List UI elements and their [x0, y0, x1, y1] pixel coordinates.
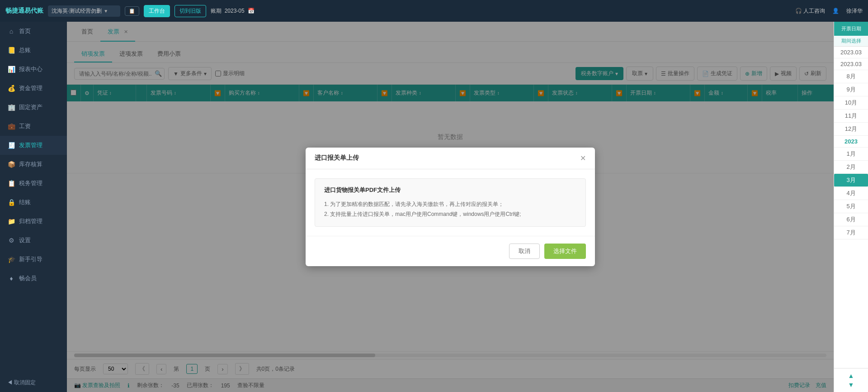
user-name: 徐泽华	[846, 7, 863, 15]
company-arrow-icon: ▼	[104, 9, 108, 14]
period-text: 账期 2023-05 📅	[211, 7, 255, 15]
period-item-apr[interactable]: 4月	[834, 187, 868, 200]
sidebar-item-funds[interactable]: 💰 资金管理	[0, 79, 67, 98]
home-icon: ⌂	[7, 28, 15, 35]
sidebar-label-home: 首页	[19, 27, 31, 35]
invoice-icon: 🧾	[7, 142, 15, 149]
sidebar-item-settings[interactable]: ⚙ 设置	[0, 231, 67, 250]
period-item-nov[interactable]: 11月	[834, 110, 868, 123]
sidebar-label-ledger: 总账	[19, 46, 31, 54]
modal-content-title: 进口货物报关单PDF文件上传	[324, 186, 576, 194]
unpin-sidebar-button[interactable]: ◀ 取消固定	[0, 373, 67, 392]
assets-icon: 🏢	[7, 104, 15, 111]
period-item-mar[interactable]: 3月	[834, 174, 868, 187]
modal-overlay: 进口报关单上传 ✕ 进口货物报关单PDF文件上传 1. 为了更加精准的数据匹配，…	[67, 22, 834, 392]
modal-title: 进口报关单上传	[315, 154, 359, 162]
gear-icon: ⚙	[7, 237, 15, 244]
modal-confirm-button[interactable]: 选择文件	[544, 244, 586, 259]
sidebar-label-inventory: 库存核算	[19, 160, 42, 168]
calendar-icon[interactable]: 📅	[248, 8, 255, 14]
period-item-0[interactable]: 2023.03	[834, 47, 868, 58]
sidebar-label-guide: 新手引导	[19, 255, 42, 263]
inventory-icon: 📦	[7, 161, 15, 168]
support-link[interactable]: 🎧 人工咨询	[795, 7, 825, 15]
period-item-dec[interactable]: 12月	[834, 123, 868, 136]
sidebar-label-archive: 归档管理	[19, 217, 42, 225]
sidebar-item-salary[interactable]: 💼 工资	[0, 117, 67, 136]
headset-icon: 🎧	[795, 8, 802, 14]
sidebar-item-archive[interactable]: 📁 归档管理	[0, 212, 67, 231]
ledger-icon: 📒	[7, 47, 15, 54]
sidebar-item-tax[interactable]: 📋 税务管理	[0, 174, 67, 193]
vip-icon: ♦	[7, 275, 15, 282]
period-item-jun[interactable]: 6月	[834, 213, 868, 226]
sidebar-label-vip: 畅会员	[19, 274, 37, 282]
modal-close-button[interactable]: ✕	[580, 154, 586, 163]
close-books-icon: 🔒	[7, 199, 15, 206]
company-name: 沈海英·测试经营勿删	[52, 7, 102, 15]
sidebar-label-funds: 资金管理	[19, 84, 42, 92]
modal-note-2: 2. 支持批量上传进口报关单，mac用户使用Command键，windows用户…	[324, 210, 576, 220]
sidebar-label-tax: 税务管理	[19, 179, 42, 187]
period-item-jul[interactable]: 7月	[834, 226, 868, 239]
period-item-sep[interactable]: 9月	[834, 83, 868, 96]
period-item-aug[interactable]: 8月	[834, 70, 868, 83]
period-item-oct[interactable]: 10月	[834, 96, 868, 110]
period-item-jan[interactable]: 1月	[834, 148, 868, 161]
sidebar-item-invoice[interactable]: 🧾 发票管理	[0, 136, 67, 155]
sidebar-label-invoice: 发票管理	[19, 141, 42, 149]
tax-icon: 📋	[7, 180, 15, 187]
period-item-feb[interactable]: 2月	[834, 161, 868, 174]
switch-old-button[interactable]: 切到旧版	[175, 5, 206, 17]
guide-icon: 🎓	[7, 256, 15, 263]
modal-cancel-button[interactable]: 取消	[509, 244, 540, 259]
user-avatar[interactable]: 👤	[832, 8, 839, 14]
sidebar-label-salary: 工资	[19, 122, 31, 130]
modal-note-1: 1. 为了更加精准的数据匹配，请先录入海关缴款书，再上传对应的报关单；	[324, 200, 576, 210]
sidebar-item-ledger[interactable]: 📒 总账	[0, 41, 67, 60]
funds-icon: 💰	[7, 85, 15, 92]
reports-icon: 📊	[7, 66, 15, 73]
modal-content-box: 进口货物报关单PDF文件上传 1. 为了更加精准的数据匹配，请先录入海关缴款书，…	[315, 178, 586, 227]
import-modal: 进口报关单上传 ✕ 进口货物报关单PDF文件上传 1. 为了更加精准的数据匹配，…	[306, 148, 595, 266]
period-select-label: 期间选择	[834, 36, 868, 47]
sidebar-label-settings: 设置	[19, 236, 31, 244]
period-item-may[interactable]: 5月	[834, 200, 868, 213]
sidebar-item-guide[interactable]: 🎓 新手引导	[0, 250, 67, 269]
archive-icon: 📁	[7, 218, 15, 225]
modal-notes: 1. 为了更加精准的数据匹配，请先录入海关缴款书，再上传对应的报关单； 2. 支…	[324, 200, 576, 219]
sidebar-item-close[interactable]: 🔒 结账	[0, 193, 67, 212]
period-item-1[interactable]: 2023.03	[834, 58, 868, 70]
sidebar-label-reports: 报表中心	[19, 65, 42, 73]
app-logo: 畅捷通易代账	[5, 7, 43, 15]
sidebar-item-assets[interactable]: 🏢 固定资产	[0, 98, 67, 117]
workbench-button[interactable]: 工作台	[144, 5, 170, 17]
salary-icon: 💼	[7, 123, 15, 130]
sidebar-item-inventory[interactable]: 📦 库存核算	[0, 155, 67, 174]
sidebar-item-home[interactable]: ⌂ 首页	[0, 22, 67, 41]
period-item-year[interactable]: 2023	[834, 136, 868, 148]
open-period-button[interactable]: 开票日期	[834, 22, 868, 36]
company-selector[interactable]: 沈海英·测试经营勿删 ▼	[48, 5, 120, 17]
archive-button[interactable]: 📋	[125, 6, 139, 16]
scroll-down-icon[interactable]: ▼	[848, 381, 854, 388]
sidebar-label-close: 结账	[19, 198, 31, 206]
sidebar-label-assets: 固定资产	[19, 103, 42, 111]
scroll-up-icon[interactable]: ▲	[848, 372, 854, 379]
sidebar-item-reports[interactable]: 📊 报表中心	[0, 60, 67, 79]
sidebar-item-vip[interactable]: ♦ 畅会员	[0, 269, 67, 288]
